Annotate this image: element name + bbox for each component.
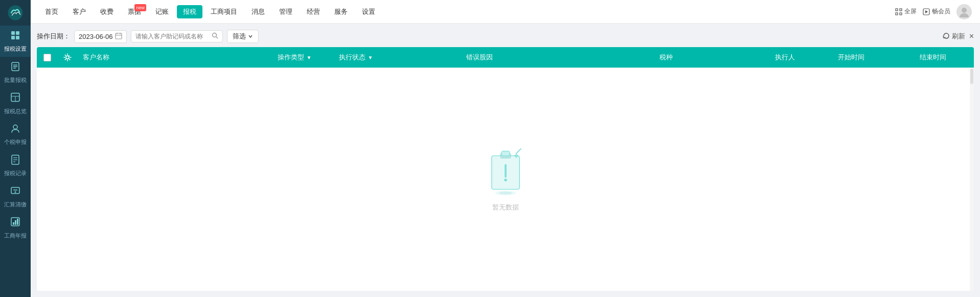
refresh-icon — [943, 32, 950, 41]
table-header: 客户名称 操作类型 ▼ 执行状态 ▼ 错误股因 税种 执行人 — [37, 47, 974, 68]
nav-tax[interactable]: 报税 — [177, 5, 202, 18]
nav-invoice[interactable]: 票据 new — [122, 5, 147, 18]
svg-rect-25 — [900, 9, 902, 11]
exec-status-sort-icon[interactable]: ▼ — [368, 55, 373, 60]
nav-account[interactable]: 记账 — [149, 5, 175, 18]
sidebar-label-batch-tax: 批量报税 — [4, 76, 27, 83]
close-button[interactable]: × — [969, 32, 974, 40]
svg-rect-27 — [900, 13, 902, 15]
th-start-time: 开始时间 — [810, 49, 892, 66]
nav-manage[interactable]: 管理 — [273, 5, 299, 18]
th-checkbox — [37, 50, 57, 66]
th-settings — [57, 49, 78, 66]
sidebar-item-settle[interactable]: 汇算清缴 — [0, 181, 31, 212]
nav-operation[interactable]: 经营 — [301, 5, 326, 18]
nav-service[interactable]: 服务 — [328, 5, 354, 18]
svg-rect-23 — [17, 219, 18, 225]
empty-state: 暂无数据 — [483, 146, 529, 212]
toolbar: 操作日期： 2023-06-06 — [37, 30, 974, 43]
sidebar-label-tax-overview: 报税总览 — [4, 108, 27, 115]
annual-report-icon — [10, 216, 21, 230]
chevron-down-icon — [248, 33, 253, 40]
table-body: 暂无数据 — [37, 68, 974, 291]
select-all-checkbox[interactable] — [43, 54, 51, 61]
empty-illustration — [483, 146, 529, 198]
personal-tax-icon — [10, 123, 21, 137]
sidebar-label-tax-settings: 报税设置 — [4, 45, 27, 52]
sidebar-label-settle: 汇算清缴 — [4, 201, 27, 208]
nav-collect[interactable]: 收费 — [94, 5, 120, 18]
settings-column-icon[interactable] — [63, 53, 72, 61]
sidebar-item-tax-records[interactable]: 报税记录 — [0, 150, 31, 181]
th-executor: 执行人 — [759, 49, 810, 66]
svg-point-19 — [15, 192, 16, 193]
svg-rect-4 — [16, 36, 19, 39]
sidebar-item-personal-tax[interactable]: 个税申报 — [0, 119, 31, 150]
main-area: 首页 客户 收费 票据 new 记账 报税 工商项目 消息 管理 经营 服务 设… — [31, 0, 980, 297]
th-exec-status: 执行状态 ▼ — [325, 49, 386, 66]
sidebar-label-annual-report: 工商年报 — [4, 232, 27, 239]
th-error-reason: 错误股因 — [386, 49, 573, 66]
svg-rect-3 — [11, 36, 15, 39]
th-op-type: 操作类型 ▼ — [264, 49, 325, 66]
svg-rect-24 — [896, 9, 898, 11]
search-box[interactable] — [131, 30, 223, 43]
th-end-time: 结束时间 — [892, 49, 974, 66]
th-client-name: 客户名称 — [78, 49, 264, 66]
svg-rect-1 — [11, 31, 15, 35]
tax-records-icon — [10, 154, 21, 168]
scrollbar-thumb — [970, 69, 973, 84]
table-container: 客户名称 操作类型 ▼ 执行状态 ▼ 错误股因 税种 执行人 — [37, 47, 974, 291]
svg-rect-26 — [896, 13, 898, 15]
date-label: 操作日期： — [37, 32, 70, 41]
svg-line-45 — [516, 149, 520, 154]
nav-customer[interactable]: 客户 — [66, 5, 92, 18]
filter-button[interactable]: 筛选 — [227, 30, 259, 43]
empty-text: 暂无数据 — [492, 203, 519, 212]
nav-settings[interactable]: 设置 — [356, 5, 381, 18]
nav-business[interactable]: 工商项目 — [204, 5, 243, 18]
calendar-icon — [115, 32, 122, 41]
user-avatar[interactable] — [956, 4, 972, 19]
svg-rect-42 — [501, 151, 509, 156]
date-value: 2023-06-06 — [79, 33, 113, 40]
svg-point-43 — [504, 179, 507, 181]
scrollbar-track — [970, 68, 974, 291]
search-input[interactable] — [135, 33, 210, 40]
nav-home[interactable]: 首页 — [39, 5, 64, 18]
sidebar: 报税设置 批量报税 报税总览 — [0, 0, 31, 297]
svg-point-12 — [13, 125, 17, 129]
sidebar-label-tax-records: 报税记录 — [4, 169, 27, 177]
tax-overview-icon — [10, 92, 21, 106]
member-button[interactable]: 畅会员 — [923, 7, 950, 16]
top-nav: 首页 客户 收费 票据 new 记账 报税 工商项目 消息 管理 经营 服务 设… — [31, 0, 980, 24]
refresh-label: 刷新 — [952, 32, 965, 41]
sidebar-item-tax-settings[interactable]: 报税设置 — [0, 26, 31, 57]
search-icon[interactable] — [212, 32, 218, 40]
sidebar-label-personal-tax: 个税申报 — [4, 138, 27, 145]
date-picker[interactable]: 2023-06-06 — [74, 30, 127, 43]
svg-line-37 — [216, 37, 218, 38]
nav-items: 首页 客户 收费 票据 new 记账 报税 工商项目 消息 管理 经营 服务 设… — [39, 5, 895, 18]
refresh-button[interactable]: 刷新 — [943, 32, 965, 41]
svg-rect-22 — [15, 220, 16, 225]
sidebar-item-tax-overview[interactable]: 报税总览 — [0, 88, 31, 119]
fullscreen-button[interactable]: 全屏 — [895, 7, 917, 16]
sidebar-item-batch-tax[interactable]: 批量报税 — [0, 57, 31, 88]
op-type-sort-icon[interactable]: ▼ — [306, 55, 311, 60]
nav-right: 全屏 畅会员 — [895, 4, 972, 19]
svg-rect-21 — [13, 222, 14, 225]
svg-rect-32 — [116, 33, 122, 39]
svg-point-31 — [962, 8, 967, 13]
filter-label: 筛选 — [233, 32, 246, 41]
th-tax-type: 税种 — [573, 49, 759, 66]
svg-point-36 — [212, 33, 216, 37]
sidebar-item-annual-report[interactable]: 工商年报 — [0, 212, 31, 243]
settle-icon — [10, 185, 21, 199]
batch-tax-icon — [10, 61, 21, 75]
tax-settings-icon — [10, 30, 21, 44]
nav-message[interactable]: 消息 — [245, 5, 271, 18]
sidebar-logo — [0, 0, 31, 26]
svg-rect-2 — [16, 31, 19, 35]
content-area: 操作日期： 2023-06-06 — [31, 24, 980, 297]
